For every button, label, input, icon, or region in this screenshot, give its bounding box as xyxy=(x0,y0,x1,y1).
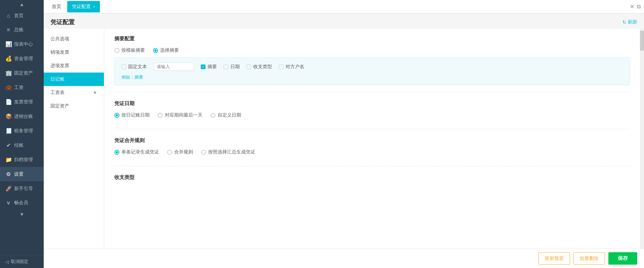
left-nav-purchase-invoice[interactable]: 进项发票 xyxy=(44,59,104,73)
counterpart-checkbox xyxy=(279,64,283,69)
left-nav: 公共选项 销项发票 进项发票 日记账 工资表 ▼ 固定资产 xyxy=(44,29,104,249)
page-title: 凭证配置 xyxy=(50,18,75,26)
member-icon: V xyxy=(5,200,11,206)
archive-icon: 📁 xyxy=(5,157,11,163)
window-close-icon[interactable]: ✕ xyxy=(630,3,634,10)
sidebar-cancel-fixed[interactable]: ◁ 取消固定 xyxy=(0,255,44,268)
left-nav-journal[interactable]: 日记账 xyxy=(44,73,104,86)
fixed-assets-icon: 🏢 xyxy=(5,70,11,76)
fixed-text-input[interactable] xyxy=(154,62,194,71)
date-section-title: 凭证日期 xyxy=(114,100,630,107)
sidebar-item-home[interactable]: ⌂ 首页 xyxy=(0,9,44,23)
payroll-icon: 💼 xyxy=(5,84,11,91)
tab-home[interactable]: 首页 xyxy=(47,1,66,12)
sidebar-item-payroll[interactable]: 💼 工资 xyxy=(0,80,44,95)
home-icon: ⌂ xyxy=(5,13,11,19)
tab-close-icon[interactable]: × xyxy=(93,4,95,9)
radio-merge-rule-circle xyxy=(167,150,172,155)
left-nav-fixed-assets[interactable]: 固定资产 xyxy=(44,99,104,113)
section-date: 凭证日期 按日记账日期 对应期间最后一天 自定义日期 xyxy=(114,100,630,129)
sidebar-item-report[interactable]: 📊 报表中心 xyxy=(0,37,44,51)
income-type-title: 收支类型 xyxy=(114,174,630,181)
section-merge-rule: 凭证合并规则 单条记录生成凭证 合并规则 按照选择汇总生成凭证 xyxy=(114,137,630,166)
left-nav-public-options[interactable]: 公共选项 xyxy=(44,32,104,46)
income-type-checkbox xyxy=(247,64,251,69)
sidebar-item-fixed-assets[interactable]: 🏢 固定资产 xyxy=(0,66,44,80)
abstract-radio-group: 按模板摘要 选择摘要 xyxy=(114,47,630,53)
window-restore-icon[interactable]: ⧉ xyxy=(637,4,641,10)
sidebar-item-funds[interactable]: 💰 资金管理 xyxy=(0,51,44,66)
tab-voucher-config[interactable]: 凭证配置 × xyxy=(67,1,100,12)
radio-select-abstract[interactable]: 选择摘要 xyxy=(153,47,179,53)
radio-date-journal-circle xyxy=(114,113,119,118)
checkbox-income-type[interactable]: 收支类型 xyxy=(247,64,272,70)
content-wrapper: 凭证配置 ↻ 刷新 公共选项 销项发票 进项发票 日记账 xyxy=(44,13,644,268)
tab-bar: 首页 凭证配置 × ✕ ⧉ xyxy=(44,0,644,13)
body-layout: 公共选项 销项发票 进项发票 日记账 工资表 ▼ 固定资产 xyxy=(44,29,644,249)
abstract-section-title: 摘要配置 xyxy=(114,36,630,42)
tax-icon: 🧾 xyxy=(5,128,11,134)
expand-arrow-icon: ▼ xyxy=(92,90,97,95)
radio-merge-single[interactable]: 单条记录生成凭证 xyxy=(114,149,159,155)
sidebar-item-ledger[interactable]: ≡ 总账 xyxy=(0,23,44,37)
section-income-type: 收支类型 xyxy=(114,174,630,193)
sidebar: ▲ ⌂ 首页 ≡ 总账 📊 报表中心 💰 资金管理 🏢 固定资产 💼 工资 📄 … xyxy=(0,0,44,268)
tab-bar-actions: ✕ ⧉ xyxy=(630,3,641,10)
radio-merge-rule[interactable]: 合并规则 xyxy=(167,149,193,155)
radio-date-by-journal[interactable]: 按日记账日期 xyxy=(114,112,150,118)
sidebar-item-settings[interactable]: ⚙ 设置 xyxy=(0,167,44,181)
pin-icon: ◁ xyxy=(5,259,9,264)
sidebar-item-guide[interactable]: 🚀 新手引导 xyxy=(0,181,44,196)
merge-rule-title: 凭证合并规则 xyxy=(114,137,630,144)
abstract-options-box: 固定文本 ✓ 摘要 日期 xyxy=(114,57,630,85)
checkbox-counterpart[interactable]: 对方户名 xyxy=(279,64,304,70)
update-preview-button[interactable]: 更新预置 xyxy=(538,252,570,265)
checkbox-date[interactable]: 日期 xyxy=(224,64,240,70)
radio-date-last-circle xyxy=(158,113,163,118)
refresh-icon: ↻ xyxy=(622,19,627,25)
outer-scrollbar[interactable] xyxy=(640,29,644,249)
left-nav-payroll-table[interactable]: 工资表 ▼ xyxy=(44,86,104,99)
radio-date-custom-circle xyxy=(211,113,216,118)
refresh-button[interactable]: ↻ 刷新 xyxy=(622,19,637,25)
sidebar-scroll-down[interactable]: ▼ xyxy=(0,210,44,219)
sidebar-item-invoice[interactable]: 📄 发票管理 xyxy=(0,95,44,109)
right-content: 摘要配置 按模板摘要 选择摘要 xyxy=(104,29,640,249)
radio-merge-summary[interactable]: 按照选择汇总生成凭证 xyxy=(201,149,255,155)
scrollbar-thumb xyxy=(640,31,644,51)
sidebar-item-tax[interactable]: 🧾 税务管理 xyxy=(0,124,44,138)
abstract-checkbox-row: 固定文本 ✓ 摘要 日期 xyxy=(121,62,623,71)
settlement-icon: ✔ xyxy=(5,142,11,148)
radio-date-custom[interactable]: 自定义日期 xyxy=(211,112,241,118)
ledger-icon: ≡ xyxy=(5,27,11,33)
main-area: 首页 凭证配置 × ✕ ⧉ 凭证配置 ↻ 刷新 公共选项 xyxy=(44,0,644,268)
sidebar-item-sales-ledger[interactable]: 📦 进销台账 xyxy=(0,109,44,124)
sidebar-item-settlement[interactable]: ✔ 结账 xyxy=(0,138,44,152)
radio-date-last-day[interactable]: 对应期间最后一天 xyxy=(158,112,202,118)
guide-icon: 🚀 xyxy=(5,185,11,192)
bottom-action-bar: 更新预置 批量删除 保存 xyxy=(44,249,644,268)
sidebar-item-archive[interactable]: 📁 归档管理 xyxy=(0,152,44,167)
page-header: 凭证配置 ↻ 刷新 xyxy=(44,13,644,29)
funds-icon: 💰 xyxy=(5,55,11,62)
radio-select-circle xyxy=(153,48,158,53)
fixed-text-checkbox xyxy=(121,64,126,69)
abstract-example: 例如：摘要 xyxy=(121,74,623,80)
radio-template-abstract[interactable]: 按模板摘要 xyxy=(114,47,145,53)
settings-icon: ⚙ xyxy=(5,171,11,177)
sales-ledger-icon: 📦 xyxy=(5,113,11,120)
left-nav-sales-invoice[interactable]: 销项发票 xyxy=(44,46,104,59)
batch-delete-button[interactable]: 批量删除 xyxy=(573,252,605,265)
sidebar-item-member[interactable]: V 畅会员 xyxy=(0,196,44,210)
sidebar-scroll-up[interactable]: ▲ xyxy=(0,0,44,9)
report-icon: 📊 xyxy=(5,41,11,47)
radio-template-circle xyxy=(114,48,119,53)
date-checkbox xyxy=(224,64,228,69)
checkbox-abstract[interactable]: ✓ 摘要 xyxy=(201,64,217,70)
save-button[interactable]: 保存 xyxy=(608,252,637,265)
radio-merge-summary-circle xyxy=(201,150,206,155)
merge-radio-group: 单条记录生成凭证 合并规则 按照选择汇总生成凭证 xyxy=(114,149,630,155)
date-radio-group: 按日记账日期 对应期间最后一天 自定义日期 xyxy=(114,112,630,118)
invoice-icon: 📄 xyxy=(5,99,11,105)
checkbox-fixed-text[interactable]: 固定文本 xyxy=(121,64,147,70)
